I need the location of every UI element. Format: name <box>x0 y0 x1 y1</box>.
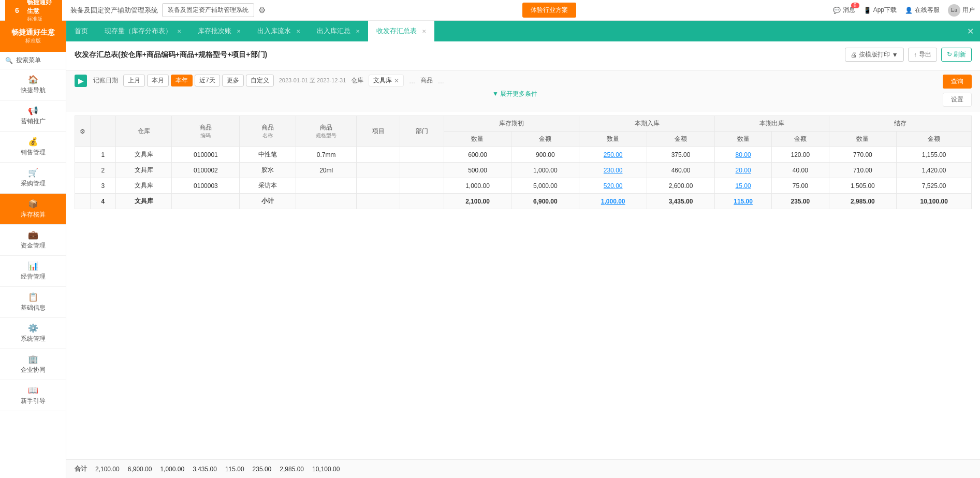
in-qty-link[interactable]: 230.00 <box>604 167 623 174</box>
warehouse-tag-close[interactable]: ✕ <box>394 77 399 84</box>
sidebar-item-marketing[interactable]: 📢 营销推广 <box>0 100 66 132</box>
sidebar-item-sales[interactable]: 💰 销售管理 <box>0 132 66 163</box>
th-out-amt: 金额 <box>772 132 829 147</box>
tab-in-out-flow[interactable]: 出入库流水 ✕ <box>249 21 309 41</box>
date-btn-7days[interactable]: 近7天 <box>195 75 220 86</box>
cell-out-amt: 120.00 <box>772 147 829 163</box>
close-all-tabs[interactable]: ✕ <box>961 26 980 36</box>
total-bal-qty: 2,985.00 <box>280 466 304 473</box>
out-qty-link[interactable]: 80.00 <box>736 151 751 158</box>
sidebar-item-inventory[interactable]: 📦 库存核算 <box>0 194 66 225</box>
cell-out-qty[interactable]: 15.00 <box>714 178 771 194</box>
cell-balance-amt: 7,525.00 <box>897 178 972 194</box>
in-qty-link[interactable]: 520.00 <box>604 182 623 190</box>
tab-in-out-flow-close[interactable]: ✕ <box>296 28 300 34</box>
app-download-item[interactable]: 📱 App下载 <box>864 6 897 15</box>
tab-stock-dist[interactable]: 现存量（库存分布表） ✕ <box>96 21 189 41</box>
online-service-icon: 👤 <box>905 7 913 14</box>
th-settings[interactable]: ⚙ <box>75 116 91 147</box>
sidebar-item-search[interactable]: 🔍 搜索菜单 <box>0 52 66 69</box>
cell-in-qty[interactable]: 520.00 <box>579 178 647 194</box>
online-service-item[interactable]: 👤 在线客服 <box>905 6 940 15</box>
cell-balance-amt: 10,100.00 <box>897 194 972 209</box>
cell-in-qty[interactable]: 1,000.00 <box>579 194 647 209</box>
experience-btn[interactable]: 体验行业方案 <box>522 3 576 18</box>
cell-dept <box>400 147 444 163</box>
cell-goods-name: 小计 <box>240 194 296 209</box>
date-btn-this-year[interactable]: 本年 <box>171 75 193 86</box>
date-btn-more[interactable]: 更多 <box>222 75 244 86</box>
user-item[interactable]: Ea 用户 <box>948 4 975 17</box>
cell-in-qty[interactable]: 250.00 <box>579 147 647 163</box>
settings-icon-btn[interactable]: ⚙ <box>258 5 266 15</box>
print-btn[interactable]: 🖨 按模版打印 ▼ <box>845 48 904 62</box>
gear-icon[interactable]: ⚙ <box>80 128 85 135</box>
cell-out-qty[interactable]: 80.00 <box>714 147 771 163</box>
out-qty-link[interactable]: 15.00 <box>736 182 751 190</box>
table-container: ⚙ 仓库 商品 编码 商品 名称 <box>66 111 980 218</box>
sidebar-item-basic-info[interactable]: 📋 基础信息 <box>0 287 66 318</box>
notification-item[interactable]: 💬 6 消息 <box>833 6 855 15</box>
refresh-btn[interactable]: ↻ 刷新 <box>941 48 972 62</box>
in-qty-link[interactable]: 1,000.00 <box>601 198 625 205</box>
tab-receive-send-close[interactable]: ✕ <box>422 28 426 34</box>
tab-batch[interactable]: 库存批次账 ✕ <box>189 21 249 41</box>
sidebar-item-system[interactable]: ⚙️ 系统管理 <box>0 318 66 349</box>
expand-conditions-btn[interactable]: ▼ 展开更多条件 <box>492 90 537 98</box>
tab-batch-close[interactable]: ✕ <box>237 28 241 34</box>
tab-in-out-summary[interactable]: 出入库汇总 ✕ <box>309 21 368 41</box>
cell-out-qty[interactable]: 20.00 <box>714 163 771 178</box>
table-row: 2 文具库 0100002 胶水 20ml 500.00 1,000.00 23… <box>75 163 972 178</box>
sales-icon: 💰 <box>28 137 38 147</box>
expand-row: ▼ 展开更多条件 <box>93 90 937 98</box>
cell-in-qty[interactable]: 230.00 <box>579 163 647 178</box>
notification-badge: 6 <box>851 3 859 8</box>
sidebar-item-guide[interactable]: 📖 新手引导 <box>0 380 66 411</box>
top-bar-right: 💬 6 消息 📱 App下载 👤 在线客服 Ea 用户 <box>833 4 975 17</box>
query-btn[interactable]: 查询 <box>943 75 972 89</box>
cell-out-qty[interactable]: 115.00 <box>714 194 771 209</box>
filter-toggle-btn[interactable]: ▶ <box>75 75 87 87</box>
sidebar-logo-text: 畅捷通好生意 <box>11 28 55 37</box>
cell-warehouse: 文具库 <box>115 163 172 178</box>
search-icon: 🔍 <box>5 57 13 64</box>
tab-receive-send[interactable]: 收发存汇总表 ✕ <box>368 21 434 41</box>
sidebar-item-finance[interactable]: 💼 资金管理 <box>0 225 66 256</box>
sidebar-item-purchase[interactable]: 🛒 采购管理 <box>0 163 66 194</box>
system-title: 装备及固定资产辅助管理系统 <box>70 6 158 15</box>
main-layout: 畅捷通好生意 标准版 🔍 搜索菜单 🏠 快捷导航 📢 营销推广 💰 销售管理 🛒 <box>0 21 980 478</box>
th-goods-name-sub: 名称 <box>244 132 291 139</box>
cell-out-amt: 75.00 <box>772 178 829 194</box>
warehouse-tag: 文具库 ✕ <box>369 75 404 86</box>
date-btn-this-month[interactable]: 本月 <box>147 75 169 86</box>
page-title: 收发存汇总表(按仓库+商品编码+商品+规格型号+项目+部门) <box>75 50 267 60</box>
sidebar-item-operations[interactable]: 📊 经营管理 <box>0 256 66 287</box>
tab-receive-send-label: 收发存汇总表 <box>376 26 417 36</box>
set-btn[interactable]: 设置 <box>943 93 972 107</box>
system-dropdown[interactable]: 装备及固定资产辅助管理系统 <box>162 3 254 17</box>
cell-settings <box>75 163 91 178</box>
tab-home[interactable]: 首页 <box>66 21 96 41</box>
tab-stock-dist-close[interactable]: ✕ <box>177 28 181 34</box>
cell-project <box>357 147 400 163</box>
cell-project <box>357 194 400 209</box>
out-qty-link[interactable]: 20.00 <box>736 167 751 174</box>
expand-label: 展开更多条件 <box>500 90 537 97</box>
sidebar-item-quick-nav[interactable]: 🏠 快捷导航 <box>0 69 66 100</box>
warehouse-dots[interactable]: ... <box>409 77 415 85</box>
goods-dots[interactable]: ... <box>438 77 444 85</box>
sidebar-item-enterprise[interactable]: 🏢 企业协同 <box>0 349 66 380</box>
th-goods-code: 商品 编码 <box>172 116 240 147</box>
date-btn-custom[interactable]: 自定义 <box>246 75 274 86</box>
cell-goods-code: 0100001 <box>172 147 240 163</box>
cell-dept <box>400 163 444 178</box>
export-btn[interactable]: ↑ 导出 <box>908 48 937 62</box>
in-qty-link[interactable]: 250.00 <box>604 151 623 158</box>
print-label: 按模版打印 <box>859 50 890 59</box>
th-num <box>91 116 116 147</box>
warehouse-value: 文具库 <box>373 76 392 85</box>
sidebar-item-label: 基础信息 <box>21 303 46 312</box>
tab-in-out-summary-close[interactable]: ✕ <box>356 28 360 34</box>
date-btn-last-month[interactable]: 上月 <box>123 75 145 86</box>
out-qty-link[interactable]: 115.00 <box>734 198 753 205</box>
